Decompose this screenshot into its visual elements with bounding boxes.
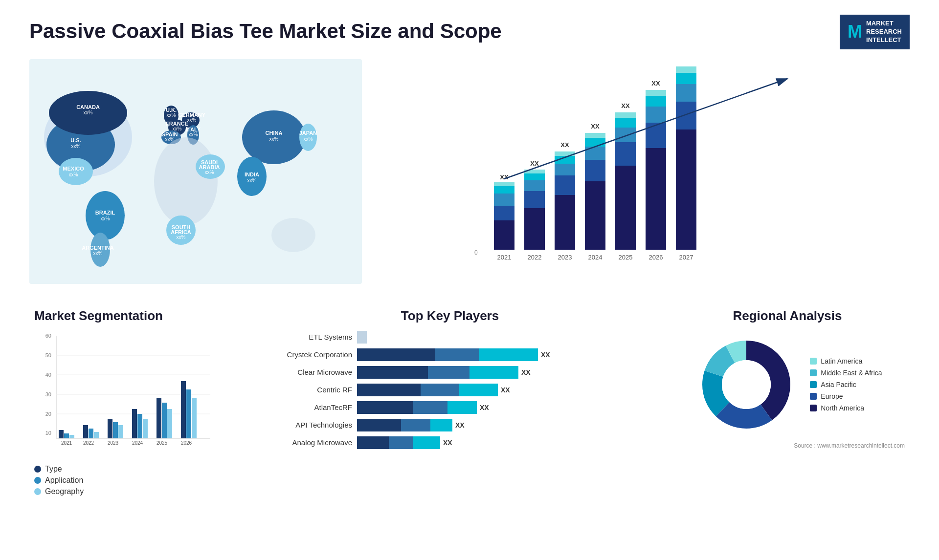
svg-rect-90 <box>646 96 666 107</box>
latin-label: Latin America <box>821 357 862 365</box>
svg-rect-135 <box>181 381 186 438</box>
svg-rect-66 <box>555 195 575 250</box>
north-america-label: North America <box>821 404 864 412</box>
etl-bar-container <box>357 331 646 344</box>
svg-rect-98 <box>676 66 696 73</box>
legend-application: Application <box>34 476 230 485</box>
regional-title: Regional Analysis <box>670 308 905 323</box>
svg-text:U.S.: U.S. <box>70 137 81 143</box>
clear-bar <box>357 366 518 379</box>
svg-text:XX: XX <box>683 64 690 65</box>
svg-text:20: 20 <box>45 411 51 417</box>
atlantec-bar-container: XX <box>357 401 646 414</box>
api-xx: XX <box>455 421 465 429</box>
svg-text:xx%: xx% <box>304 136 313 142</box>
north-america-legend: North America <box>810 404 882 412</box>
svg-rect-117 <box>69 435 74 438</box>
svg-rect-76 <box>585 138 605 147</box>
svg-text:2023: 2023 <box>108 440 119 446</box>
svg-text:xx%: xx% <box>269 136 279 142</box>
svg-text:INDIA: INDIA <box>245 172 259 177</box>
svg-rect-132 <box>162 403 167 438</box>
logo-text-block: MARKET RESEARCH INTELLECT <box>866 20 902 44</box>
svg-text:xx%: xx% <box>101 216 110 221</box>
page-title: Passive Coaxial Bias Tee Market Size and… <box>29 20 502 43</box>
svg-text:xx%: xx% <box>189 132 198 137</box>
svg-text:xx%: xx% <box>205 170 214 175</box>
player-atlantec: AtlanTecRF XX <box>254 401 646 414</box>
legend-type: Type <box>34 465 230 474</box>
svg-text:xx%: xx% <box>165 137 175 142</box>
svg-rect-128 <box>137 414 142 438</box>
svg-rect-121 <box>94 432 99 438</box>
svg-rect-137 <box>192 398 197 438</box>
svg-text:2024: 2024 <box>132 440 143 446</box>
latin-america-legend: Latin America <box>810 357 882 365</box>
svg-rect-124 <box>113 422 118 438</box>
analog-bar <box>357 436 440 449</box>
svg-rect-120 <box>89 429 93 438</box>
analog-name: Analog Microwave <box>254 438 352 447</box>
svg-rect-74 <box>585 160 605 181</box>
svg-text:2022: 2022 <box>83 440 94 446</box>
svg-rect-91 <box>646 90 666 96</box>
svg-rect-115 <box>59 430 64 438</box>
europe-label: Europe <box>821 392 843 400</box>
mea-label: Middle East & Africa <box>821 369 882 377</box>
crystek-xx: XX <box>541 351 550 359</box>
svg-rect-136 <box>186 389 191 438</box>
svg-text:2021: 2021 <box>61 440 72 446</box>
svg-rect-67 <box>555 175 575 195</box>
etl-bar <box>357 331 367 344</box>
svg-rect-73 <box>585 181 605 250</box>
svg-text:40: 40 <box>45 372 51 378</box>
svg-text:2025: 2025 <box>619 254 633 261</box>
svg-rect-119 <box>83 425 88 438</box>
svg-text:XX: XX <box>651 80 660 87</box>
svg-rect-83 <box>615 118 636 128</box>
svg-text:2022: 2022 <box>528 254 542 261</box>
svg-rect-127 <box>132 409 137 438</box>
svg-rect-60 <box>524 191 545 208</box>
north-america-color <box>810 405 817 411</box>
latin-color <box>810 358 817 365</box>
svg-text:JAPAN: JAPAN <box>299 130 317 136</box>
atlantec-bar <box>357 401 477 414</box>
logo-container: M MARKET RESEARCH INTELLECT <box>840 15 910 49</box>
svg-rect-94 <box>676 129 696 250</box>
geography-label: Geography <box>45 487 84 496</box>
regional-legend: Latin America Middle East & Africa Asia … <box>810 357 882 412</box>
type-dot <box>34 466 41 473</box>
svg-text:XX: XX <box>591 123 600 130</box>
analog-xx: XX <box>443 439 452 447</box>
application-label: Application <box>45 476 83 485</box>
player-crystek: Crystek Corporation XX <box>254 348 646 361</box>
svg-text:CANADA: CANADA <box>76 104 100 110</box>
svg-rect-77 <box>585 133 605 138</box>
centric-name: Centric RF <box>254 386 352 394</box>
svg-text:60: 60 <box>45 333 51 339</box>
svg-rect-89 <box>646 107 666 123</box>
svg-text:2025: 2025 <box>156 440 168 446</box>
svg-text:2024: 2024 <box>588 254 603 261</box>
svg-rect-61 <box>524 180 545 191</box>
source-text: Source : www.marketresearchintellect.com <box>670 442 905 449</box>
api-bar <box>357 419 452 431</box>
clear-name: Clear Microwave <box>254 368 352 376</box>
svg-text:xx%: xx% <box>173 126 182 131</box>
svg-text:xx%: xx% <box>167 112 176 118</box>
svg-point-12 <box>154 137 218 225</box>
regional-section: Regional Analysis <box>665 303 910 501</box>
svg-rect-56 <box>494 182 514 186</box>
europe-legend: Europe <box>810 392 882 400</box>
donut-chart-svg <box>693 331 800 438</box>
svg-text:2023: 2023 <box>558 254 572 261</box>
clear-bar-container: XX <box>357 366 646 379</box>
svg-text:xx%: xx% <box>69 172 78 177</box>
type-label: Type <box>45 465 62 474</box>
key-players-title: Top Key Players <box>254 308 646 323</box>
svg-rect-55 <box>494 186 514 194</box>
atlantec-name: AtlanTecRF <box>254 403 352 411</box>
player-centric: Centric RF XX <box>254 384 646 396</box>
svg-text:XX: XX <box>621 102 630 109</box>
